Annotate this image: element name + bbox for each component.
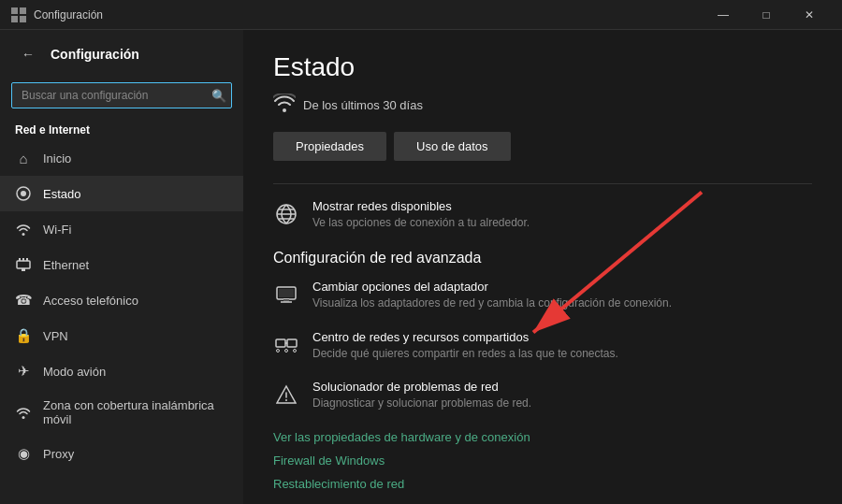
status-subtitle: De los últimos 30 días <box>273 94 812 117</box>
svg-rect-1 <box>20 7 26 14</box>
sidebar-item-label-vpn: VPN <box>43 329 68 343</box>
sidebar-item-label-zona: Zona con cobertura inalámbrica móvil <box>43 398 228 426</box>
action-buttons: Propiedades Uso de datos <box>273 132 812 161</box>
uso-datos-button[interactable]: Uso de datos <box>394 132 511 161</box>
sidebar-item-vpn[interactable]: 🔒 VPN <box>0 318 243 353</box>
svg-rect-6 <box>17 261 30 268</box>
search-icon-button[interactable]: 🔍 <box>211 89 226 103</box>
propiedades-button[interactable]: Propiedades <box>273 132 386 161</box>
cambiar-opciones-icon <box>273 281 299 308</box>
svg-rect-21 <box>287 339 297 347</box>
content-area: Estado De los últimos 30 días Propiedade… <box>243 30 842 504</box>
sidebar-item-estado[interactable]: Estado <box>0 176 243 211</box>
sidebar-item-zona[interactable]: Zona con cobertura inalámbrica móvil <box>0 389 243 436</box>
main-layout: ← Configuración 🔍 Red e Internet ⌂ Inici… <box>0 30 842 504</box>
svg-rect-7 <box>19 258 21 261</box>
svg-point-27 <box>285 399 287 401</box>
sidebar-item-label-modo: Modo avión <box>43 365 106 379</box>
solucionador-desc: Diagnosticar y solucionar problemas de r… <box>312 396 531 411</box>
svg-rect-2 <box>11 16 18 22</box>
sidebar-item-wifi[interactable]: Wi-Fi <box>0 211 243 247</box>
zona-icon <box>15 404 32 421</box>
svg-point-24 <box>285 349 288 352</box>
sidebar-item-acceso[interactable]: ☎ Acceso telefónico <box>0 282 243 318</box>
centro-redes-title: Centro de redes y recursos compartidos <box>312 330 618 344</box>
svg-rect-20 <box>276 339 285 347</box>
acceso-icon: ☎ <box>15 292 32 309</box>
svg-rect-16 <box>279 289 294 297</box>
cambiar-opciones-text: Cambiar opciones del adaptador Visualiza… <box>312 280 672 311</box>
maximize-button[interactable]: □ <box>745 0 788 30</box>
advanced-section-heading: Configuración de red avanzada <box>273 250 812 266</box>
mostrar-redes-option[interactable]: Mostrar redes disponibles Ve las opcione… <box>273 199 812 231</box>
sidebar-item-proxy[interactable]: ◉ Proxy <box>0 436 243 471</box>
svg-rect-10 <box>22 268 25 271</box>
centro-redes-desc: Decide qué quieres compartir en redes a … <box>312 346 618 362</box>
mostrar-redes-text: Mostrar redes disponibles Ve las opcione… <box>312 199 530 231</box>
solucionador-text: Solucionador de problemas de red Diagnos… <box>312 380 531 411</box>
sidebar-item-label-inicio: Inicio <box>43 151 71 166</box>
centro-redes-icon <box>273 332 299 358</box>
sidebar-item-modo[interactable]: ✈ Modo avión <box>0 353 243 389</box>
status-subtitle-text: De los últimos 30 días <box>303 98 423 112</box>
solucionador-option[interactable]: Solucionador de problemas de red Diagnos… <box>273 380 812 411</box>
link-restablecimiento[interactable]: Restablecimiento de red <box>273 477 812 491</box>
mostrar-redes-desc: Ve las opciones de conexión a tu alreded… <box>312 215 530 231</box>
sidebar-item-label-estado: Estado <box>43 187 80 201</box>
ethernet-icon <box>15 256 32 273</box>
divider-1 <box>273 183 812 184</box>
svg-rect-3 <box>20 16 26 22</box>
cambiar-opciones-title: Cambiar opciones del adaptador <box>312 280 672 294</box>
svg-point-23 <box>277 349 280 352</box>
solucionador-title: Solucionador de problemas de red <box>312 380 531 394</box>
svg-point-25 <box>294 349 297 352</box>
titlebar: Configuración — □ ✕ <box>0 0 842 30</box>
svg-rect-0 <box>11 7 18 14</box>
page-title: Estado <box>273 52 812 82</box>
centro-redes-option[interactable]: Centro de redes y recursos compartidos D… <box>273 330 812 362</box>
mostrar-redes-icon <box>273 201 299 227</box>
svg-rect-8 <box>22 258 24 261</box>
cambiar-opciones-option[interactable]: Cambiar opciones del adaptador Visualiza… <box>273 280 812 311</box>
close-button[interactable]: ✕ <box>788 0 831 30</box>
proxy-icon: ◉ <box>15 445 32 462</box>
back-button[interactable]: ← <box>15 41 41 67</box>
wifi-status-icon <box>273 94 296 117</box>
search-box: 🔍 <box>11 82 232 108</box>
app-icon <box>11 7 26 22</box>
minimize-button[interactable]: — <box>702 0 745 30</box>
sidebar-section-label: Red e Internet <box>0 116 243 140</box>
mostrar-redes-title: Mostrar redes disponibles <box>312 199 530 213</box>
window-controls: — □ ✕ <box>702 0 831 30</box>
sidebar-app-title: Configuración <box>51 47 139 62</box>
modo-icon: ✈ <box>15 363 32 380</box>
sidebar-item-ethernet[interactable]: Ethernet <box>0 247 243 282</box>
svg-point-5 <box>21 191 26 196</box>
inicio-icon: ⌂ <box>15 150 32 166</box>
sidebar-item-inicio[interactable]: ⌂ Inicio <box>0 140 243 176</box>
svg-rect-9 <box>26 258 28 261</box>
sidebar: ← Configuración 🔍 Red e Internet ⌂ Inici… <box>0 30 243 504</box>
estado-icon <box>15 185 32 202</box>
sidebar-item-label-acceso: Acceso telefónico <box>43 294 138 308</box>
link-firewall[interactable]: Firewall de Windows <box>273 454 812 468</box>
wifi-icon <box>15 221 32 238</box>
search-input[interactable] <box>11 82 232 108</box>
cambiar-opciones-desc: Visualiza los adaptadores de red y cambi… <box>312 295 672 311</box>
sidebar-item-label-wifi: Wi-Fi <box>43 223 71 237</box>
link-propiedades-hardware[interactable]: Ver las propiedades de hardware y de con… <box>273 430 812 444</box>
vpn-icon: 🔒 <box>15 327 32 344</box>
centro-redes-text: Centro de redes y recursos compartidos D… <box>312 330 618 362</box>
solucionador-icon <box>273 382 299 408</box>
titlebar-title: Configuración <box>34 8 702 22</box>
sidebar-item-label-proxy: Proxy <box>43 447 74 461</box>
sidebar-item-label-ethernet: Ethernet <box>43 258 89 272</box>
sidebar-header: ← Configuración <box>0 30 243 79</box>
